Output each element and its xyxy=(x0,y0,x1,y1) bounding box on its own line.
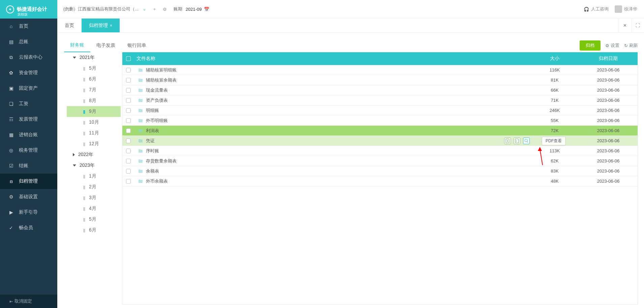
folder-icon: ▮ xyxy=(83,66,86,71)
pin-label: 取消固定 xyxy=(14,298,32,304)
nav-item-3[interactable]: ✿资金管理 xyxy=(0,65,57,81)
folder-icon: ▮ xyxy=(83,109,86,114)
row-checkbox[interactable] xyxy=(126,138,131,143)
file-icon xyxy=(138,67,143,73)
nav-item-1[interactable]: ▤总账 xyxy=(0,34,57,50)
company-selector[interactable]: (勿删）江西服宝精品有限责任公司（... ⌄ xyxy=(63,6,146,12)
tree-month[interactable]: ▮11月 xyxy=(67,128,121,138)
add-button[interactable]: ＋ xyxy=(152,6,157,12)
pin-icon: ⇤ xyxy=(9,299,13,304)
nav-item-11[interactable]: ⚙基础设置 xyxy=(0,189,57,205)
col-size: 大小 xyxy=(530,56,579,62)
download-pdf-icon[interactable]: P xyxy=(514,137,520,144)
table-row[interactable]: 凭证 P PDF查看 53K 2023-06-06 xyxy=(122,136,638,146)
row-checkbox[interactable] xyxy=(126,159,131,163)
tree-month[interactable]: ▮5月 xyxy=(67,63,121,74)
chart-icon: ⧉ xyxy=(8,54,14,60)
row-checkbox[interactable] xyxy=(126,108,131,113)
subtab-0[interactable]: 财务账 xyxy=(64,39,90,52)
tree-month[interactable]: ▮7月 xyxy=(67,85,121,95)
table-row[interactable]: 资产负债表 71K 2023-06-06 xyxy=(122,95,638,105)
nav-item-8[interactable]: ◎税务管理 xyxy=(0,143,57,158)
table-row[interactable]: 外币明细账 55K 2023-06-06 xyxy=(122,116,638,126)
tree-month[interactable]: ▮3月 xyxy=(67,192,121,203)
file-date: 2023-06-06 xyxy=(579,98,638,103)
file-size: 81K xyxy=(530,78,579,83)
tree-month[interactable]: ▮1月 xyxy=(67,171,121,182)
row-checkbox[interactable] xyxy=(126,179,131,184)
user-menu[interactable]: 徐泽华 xyxy=(615,5,637,13)
tab-0[interactable]: 首页 xyxy=(57,19,82,32)
brand-title: 畅捷通好会计 xyxy=(17,6,47,12)
table-row[interactable]: 现金流量表 66K 2023-06-06 xyxy=(122,85,638,95)
caret-icon xyxy=(73,164,76,166)
table-row[interactable]: 序时账 113K 2023-06-06 xyxy=(122,146,638,156)
ledger-icon: ▤ xyxy=(8,39,14,45)
tree-month[interactable]: ▮6月 xyxy=(67,74,121,85)
fullscreen-button[interactable]: ⛶ xyxy=(631,19,644,32)
tree-month[interactable]: ▮9月 xyxy=(67,106,121,117)
tab-close-icon[interactable]: × xyxy=(110,23,112,28)
settings-icon[interactable]: ⚙ xyxy=(163,7,167,12)
nav-item-4[interactable]: ▣固定资产 xyxy=(0,81,57,96)
nav-item-0[interactable]: ⌂首页 xyxy=(0,19,57,34)
tree-year[interactable]: 2021年 xyxy=(67,52,121,63)
nav-item-5[interactable]: ❏工资 xyxy=(0,96,57,112)
view-pdf-icon[interactable] xyxy=(523,137,530,144)
nav-item-12[interactable]: ▶新手引导 xyxy=(0,205,57,220)
row-checkbox[interactable] xyxy=(126,88,131,93)
tree-month[interactable]: ▮8月 xyxy=(67,95,121,106)
tree-month[interactable]: ▮2月 xyxy=(67,182,121,192)
calendar-icon[interactable]: 📅 xyxy=(204,7,209,12)
table-row[interactable]: 外币余额表 48K 2023-06-06 xyxy=(122,176,638,186)
brand: ✦ 畅捷通好会计 旗舰版 xyxy=(0,0,57,19)
nav-item-10[interactable]: ⧈归档管理 xyxy=(0,174,57,189)
nav-item-6[interactable]: ☶发票管理 xyxy=(0,112,57,127)
table-row[interactable]: 利润表 72K 2023-06-06 xyxy=(122,126,638,136)
gear-icon: ⚙ xyxy=(605,43,609,48)
caret-icon xyxy=(73,153,75,156)
file-size: 62K xyxy=(530,158,579,163)
table-row[interactable]: 辅助核算明细账 116K 2023-06-06 xyxy=(122,65,638,75)
subtab-2[interactable]: 银行回单 xyxy=(121,39,152,52)
pin-footer[interactable]: ⇤ 取消固定 xyxy=(0,295,57,308)
tree-month[interactable]: ▮10月 xyxy=(67,117,121,128)
close-button[interactable]: ✕ xyxy=(618,19,631,32)
row-checkbox[interactable] xyxy=(126,149,131,153)
tree-month[interactable]: ▮12月 xyxy=(67,138,121,149)
tab-1[interactable]: 归档管理× xyxy=(82,19,120,32)
file-date: 2023-06-06 xyxy=(579,67,638,72)
file-size: 116K xyxy=(530,67,579,72)
nav-item-2[interactable]: ⧉云报表中心 xyxy=(0,50,57,65)
nav-item-13[interactable]: ✓畅会员 xyxy=(0,220,57,236)
table-row[interactable]: 明细账 246K 2023-06-06 xyxy=(122,105,638,116)
table-row[interactable]: 余额表 83K 2023-06-06 xyxy=(122,166,638,176)
folder-icon: ▮ xyxy=(83,76,86,82)
tree-month[interactable]: ▮6月 xyxy=(67,225,121,236)
row-checkbox[interactable] xyxy=(126,68,131,72)
row-checkbox[interactable] xyxy=(126,78,131,83)
row-checkbox[interactable] xyxy=(126,128,131,133)
table-row[interactable]: 辅助核算余额表 81K 2023-06-06 xyxy=(122,75,638,85)
period-value[interactable]: 2021-09 xyxy=(186,7,202,12)
settings-link[interactable]: ⚙设置 xyxy=(605,42,619,49)
brand-edition: 旗舰版 xyxy=(18,12,28,17)
pdf-view-tooltip: PDF查看 xyxy=(542,137,565,145)
tree-month[interactable]: ▮4月 xyxy=(67,203,121,214)
table-row[interactable]: 存货数量余额表 62K 2023-06-06 xyxy=(122,156,638,166)
row-checkbox[interactable] xyxy=(126,169,131,174)
download-xls-icon[interactable] xyxy=(504,137,511,144)
tree-year[interactable]: 2022年 xyxy=(67,149,121,160)
row-checkbox[interactable] xyxy=(126,118,131,123)
subtab-1[interactable]: 电子发票 xyxy=(90,39,121,52)
nav-item-9[interactable]: ☑结账 xyxy=(0,158,57,174)
refresh-link[interactable]: ↻刷新 xyxy=(624,42,638,49)
archive-button[interactable]: 归档 xyxy=(580,40,601,51)
tree-month[interactable]: ▮5月 xyxy=(67,214,121,225)
consult-link[interactable]: 🎧 人工咨询 xyxy=(584,6,609,12)
tree-year[interactable]: 2023年 xyxy=(67,160,121,171)
select-all-checkbox[interactable] xyxy=(126,56,131,61)
home-icon: ⌂ xyxy=(8,23,14,29)
nav-item-7[interactable]: ▦进销台账 xyxy=(0,127,57,143)
row-checkbox[interactable] xyxy=(126,98,131,103)
